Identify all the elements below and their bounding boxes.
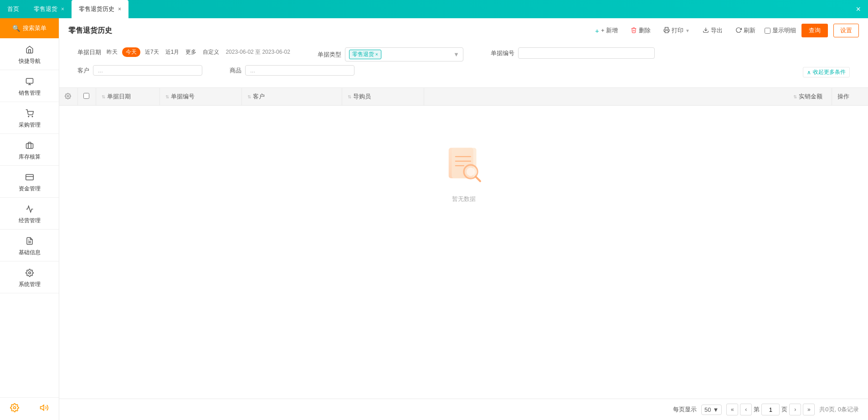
collapse-button[interactable]: ∧ 收起更多条件 xyxy=(803,67,850,77)
col-amount-sort-icon[interactable]: ⇅ xyxy=(793,94,797,99)
collapse-label: 收起更多条件 xyxy=(813,68,846,76)
display-detail-checkbox[interactable] xyxy=(765,28,770,34)
page-size-select[interactable]: 50 ▼ xyxy=(701,405,722,415)
col-num-sort-icon[interactable]: ⇅ xyxy=(165,94,169,99)
svg-point-4 xyxy=(32,116,33,117)
query-button[interactable]: 查询 xyxy=(801,24,828,37)
page-title-row: 零售退货历史 + + 新增 删除 xyxy=(68,24,859,37)
page-first-button[interactable]: « xyxy=(726,404,738,415)
date-option-today[interactable]: 今天 xyxy=(122,47,140,57)
doc-type-filter-group: 单据类型 零售退货 × ▼ xyxy=(318,47,463,61)
filter-row-2: 客户 ... 商品 ... ∧ 收起更多条件 xyxy=(77,65,850,79)
date-option-last-month[interactable]: 近1月 xyxy=(164,47,181,57)
tab-retail-return-history-close-icon[interactable]: × xyxy=(118,6,121,12)
new-label: + 新增 xyxy=(601,26,618,35)
sidebar-item-system[interactable]: 系统管理 xyxy=(0,261,59,293)
sidebar-item-basic-info[interactable]: 基础信息 xyxy=(0,230,59,261)
sales-icon xyxy=(25,77,35,87)
col-op-header: 操作 xyxy=(832,88,868,106)
sidebar-item-operations[interactable]: 经营管理 xyxy=(0,198,59,230)
empty-state-row: 暂无数据 xyxy=(59,106,868,240)
doc-num-input[interactable] xyxy=(518,47,655,59)
filter-area: 单据日期 昨天 今天 近7天 近1月 更多 自定义 2023-06-02 至 2… xyxy=(68,43,859,87)
date-option-more[interactable]: 更多 xyxy=(184,47,198,57)
tab-home[interactable]: 首页 xyxy=(0,0,26,18)
page-size-expand-icon: ▼ xyxy=(713,406,719,413)
speaker-icon[interactable] xyxy=(40,403,49,415)
doc-type-expand-icon: ▼ xyxy=(453,51,459,58)
display-detail-checkbox-group: 显示明细 xyxy=(765,26,796,35)
top-nav: 首页 零售退货 × 零售退货历史 × × xyxy=(0,0,868,18)
refresh-button[interactable]: 刷新 xyxy=(732,25,759,36)
sidebar-item-sales-mgmt-label: 销售管理 xyxy=(19,89,41,97)
col-date-header: ⇅ 单据日期 xyxy=(96,88,159,106)
date-option-yesterday[interactable]: 昨天 xyxy=(105,47,119,57)
page-go-label: 第 xyxy=(754,405,760,414)
empty-state-cell: 暂无数据 xyxy=(59,106,868,240)
sidebar-item-inventory[interactable]: 库存核算 xyxy=(0,134,59,166)
export-button[interactable]: 导出 xyxy=(699,25,726,36)
table-body: 暂无数据 xyxy=(59,106,868,240)
new-icon: + xyxy=(595,27,599,35)
tab-retail-return-close-icon[interactable]: × xyxy=(61,6,64,12)
col-customer-sort-icon[interactable]: ⇅ xyxy=(247,94,251,99)
new-button[interactable]: + + 新增 xyxy=(591,25,621,36)
sidebar-item-quick-nav[interactable]: 快捷导航 xyxy=(0,38,59,70)
date-option-custom[interactable]: 自定义 xyxy=(201,47,221,57)
doc-type-tag-remove-icon[interactable]: × xyxy=(375,52,378,57)
customer-input[interactable]: ... xyxy=(93,65,202,76)
page-next-button[interactable]: › xyxy=(789,404,801,415)
customer-filter-label: 客户 xyxy=(77,67,89,75)
svg-point-3 xyxy=(28,116,29,117)
tab-retail-return-label: 零售退货 xyxy=(34,5,57,13)
window-close-button[interactable]: × xyxy=(848,5,868,14)
sort-up-icon[interactable]: ⇅ xyxy=(102,94,105,99)
tab-retail-return-history[interactable]: 零售退货历史 × xyxy=(72,0,128,18)
col-guide-sort-icon[interactable]: ⇅ xyxy=(348,94,351,99)
toolbar: + + 新增 删除 打印 ▼ xyxy=(591,24,859,37)
table-header-row: ⇅ 单据日期 ⇅ 单据编号 ⇅ xyxy=(59,88,868,106)
page-current-input[interactable] xyxy=(761,404,780,415)
doc-num-filter-label: 单据编号 xyxy=(491,49,514,57)
svg-line-23 xyxy=(475,177,480,181)
page-size-value: 50 xyxy=(704,406,711,413)
table-settings-icon[interactable] xyxy=(65,94,71,101)
goods-filter-label: 商品 xyxy=(230,67,241,75)
svg-point-11 xyxy=(14,407,16,409)
sidebar-item-finance[interactable]: 资金管理 xyxy=(0,166,59,198)
table-container: ⇅ 单据日期 ⇅ 单据编号 ⇅ xyxy=(59,88,868,399)
goods-input[interactable]: ... xyxy=(245,65,354,76)
page-prev-button[interactable]: ‹ xyxy=(740,404,752,415)
doc-type-select[interactable]: 零售退货 × ▼ xyxy=(345,47,463,61)
settings-button[interactable]: 设置 xyxy=(833,24,859,37)
print-button[interactable]: 打印 ▼ xyxy=(660,25,693,36)
page-title: 零售退货历史 xyxy=(68,26,112,36)
sidebar-search-button[interactable]: 🔍 搜索菜单 xyxy=(0,18,59,38)
refresh-icon xyxy=(735,27,742,35)
sidebar-item-purchase-mgmt[interactable]: 采购管理 xyxy=(0,102,59,134)
page-size-label: 每页显示 xyxy=(673,405,697,414)
delete-icon xyxy=(631,27,637,35)
page-header: 零售退货历史 + + 新增 删除 xyxy=(59,18,868,88)
svg-rect-0 xyxy=(26,78,33,83)
print-label: 打印 xyxy=(672,26,683,35)
gear-icon[interactable] xyxy=(10,403,19,415)
col-amount-label: 实销金额 xyxy=(799,92,822,101)
main-layout: 🔍 搜索菜单 快捷导航 销售管理 采购管理 库存核算 xyxy=(0,18,868,420)
col-settings-header[interactable] xyxy=(59,88,77,106)
tab-retail-return[interactable]: 零售退货 × xyxy=(26,0,72,18)
select-all-checkbox[interactable] xyxy=(83,93,89,99)
doc-type-tag: 零售退货 × xyxy=(349,50,381,59)
col-amount-header: ⇅ 实销金额 xyxy=(424,88,832,106)
date-filter-label: 单据日期 xyxy=(77,48,101,56)
col-date-label: 单据日期 xyxy=(107,92,131,101)
date-option-last7[interactable]: 近7天 xyxy=(143,47,161,57)
page-last-button[interactable]: » xyxy=(803,404,815,415)
sidebar-item-sales-mgmt[interactable]: 销售管理 xyxy=(0,70,59,102)
sidebar-item-inventory-label: 库存核算 xyxy=(19,153,41,161)
sidebar-item-finance-label: 资金管理 xyxy=(19,185,41,193)
date-filter-group: 单据日期 昨天 今天 近7天 近1月 更多 自定义 2023-06-02 至 2… xyxy=(77,47,290,57)
doc-type-filter-label: 单据类型 xyxy=(318,51,341,59)
col-checkbox-header[interactable] xyxy=(77,88,96,106)
delete-button[interactable]: 删除 xyxy=(627,25,654,36)
